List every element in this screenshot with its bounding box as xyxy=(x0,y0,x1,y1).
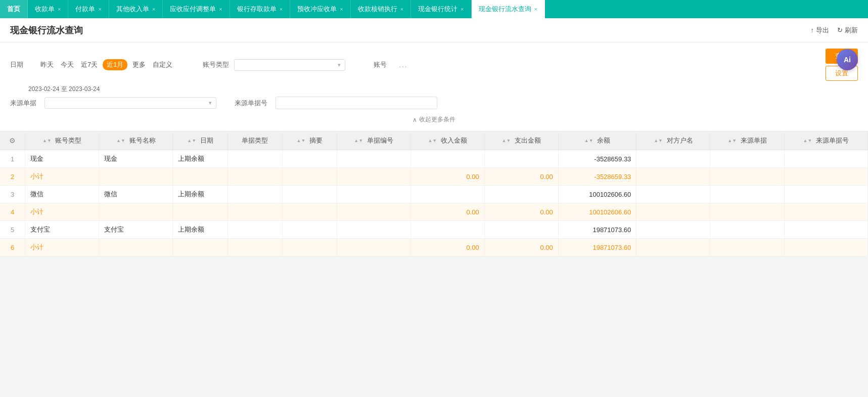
col-doc-no-label: 单据编号 xyxy=(367,137,393,144)
dropdown-arrow-icon: ▾ xyxy=(338,62,341,68)
cell-expense: 0.00 xyxy=(484,203,558,221)
table-row: 5支付宝支付宝上期余额19871073.60 xyxy=(0,221,868,239)
col-date-label: 日期 xyxy=(200,137,213,144)
cell-source-doc xyxy=(710,239,784,256)
ai-label: Ai xyxy=(844,56,851,64)
close-icon[interactable]: × xyxy=(219,6,222,12)
cell-counterpart xyxy=(636,168,710,186)
cell-summary xyxy=(283,150,337,168)
date-btn-custom[interactable]: 自定义 xyxy=(151,59,174,70)
export-button[interactable]: ↑ 导出 xyxy=(811,26,830,35)
nav-tab-fukuandan[interactable]: 付款单 × xyxy=(68,0,109,18)
tab-label: 现金银行统计 xyxy=(418,5,458,14)
sort-arrows-icon: ▲▼ xyxy=(428,139,437,143)
nav-tab-xianjinyinhang[interactable]: 现金银行统计 × xyxy=(411,0,471,18)
nav-home[interactable]: 首页 xyxy=(0,0,28,18)
nav-tab-liushui[interactable]: 现金银行流水查询 × xyxy=(472,0,545,18)
cell-source-doc-no xyxy=(784,221,867,239)
close-icon[interactable]: × xyxy=(280,6,283,12)
date-btn-more[interactable]: 更多 xyxy=(130,59,148,70)
nav-tab-yinhangcunqu[interactable]: 银行存取款单 × xyxy=(230,0,290,18)
cell-source-doc xyxy=(710,203,784,221)
nav-tab-shoukuanxiaosuo[interactable]: 收款核销执行 × xyxy=(351,0,411,18)
close-icon[interactable]: × xyxy=(400,6,403,12)
col-summary[interactable]: ▲▼ 摘要 xyxy=(283,131,337,150)
gear-settings-icon[interactable]: ⚙ xyxy=(9,137,16,145)
cell-doc-type xyxy=(227,186,282,203)
close-icon[interactable]: × xyxy=(58,6,61,12)
close-icon[interactable]: × xyxy=(534,6,537,12)
col-income-label: 收入金额 xyxy=(441,137,467,144)
cell-expense xyxy=(484,186,558,203)
col-counterpart[interactable]: ▲▼ 对方户名 xyxy=(636,131,710,150)
cell-account-name xyxy=(99,239,173,256)
row-number: 3 xyxy=(0,186,25,203)
close-icon[interactable]: × xyxy=(340,6,343,12)
close-icon[interactable]: × xyxy=(152,6,155,12)
refresh-icon: ↻ xyxy=(837,26,843,34)
cell-date: 上期余额 xyxy=(173,150,227,168)
collapse-label: 收起更多条件 xyxy=(419,115,455,124)
cell-doc-no xyxy=(337,186,410,203)
date-btn-month[interactable]: 近1月 xyxy=(103,59,127,70)
source-doc-no-label: 来源单据号 xyxy=(235,99,267,108)
cell-source-doc xyxy=(710,221,784,239)
cell-date xyxy=(173,239,227,256)
header-actions: ↑ 导出 ↻ 刷新 xyxy=(811,26,858,35)
source-doc-no-input[interactable] xyxy=(276,97,437,109)
cell-source-doc-no xyxy=(784,168,867,186)
account-type-label: 账号类型 xyxy=(203,60,229,69)
sort-arrows-icon: ▲▼ xyxy=(803,139,812,143)
sort-arrows-icon: ▲▼ xyxy=(297,139,306,143)
cell-balance: -3528659.33 xyxy=(558,168,636,186)
collapse-arrow-icon: ∧ xyxy=(413,116,417,123)
col-doc-type[interactable]: 单据类型 xyxy=(227,131,282,150)
cell-source-doc xyxy=(710,186,784,203)
nav-tab-qitashouru[interactable]: 其他收入单 × xyxy=(109,0,163,18)
close-icon[interactable]: × xyxy=(98,6,101,12)
collapse-bar[interactable]: ∧ 收起更多条件 xyxy=(10,113,858,127)
col-account-name[interactable]: ▲▼ 账号名称 xyxy=(99,131,173,150)
cell-account-name xyxy=(99,203,173,221)
cell-doc-no xyxy=(337,203,410,221)
col-source-doc[interactable]: ▲▼ 来源单据 xyxy=(710,131,784,150)
account-ellipsis[interactable]: ... xyxy=(399,61,407,69)
nav-tab-yushouchong[interactable]: 预收冲应收单 × xyxy=(290,0,350,18)
nav-home-label: 首页 xyxy=(7,5,20,14)
ai-assistant-button[interactable]: Ai xyxy=(837,49,858,70)
col-income[interactable]: ▲▼ 收入金额 xyxy=(410,131,484,150)
date-btn-week[interactable]: 近7天 xyxy=(79,59,100,70)
nav-tab-shoukuandan[interactable]: 收款单 × xyxy=(28,0,68,18)
cell-counterpart xyxy=(636,150,710,168)
sort-arrows-icon: ▲▼ xyxy=(654,139,663,143)
cell-summary xyxy=(283,239,337,256)
refresh-label: 刷新 xyxy=(845,26,858,35)
cell-income: 0.00 xyxy=(410,168,484,186)
cell-balance: 19871073.60 xyxy=(558,239,636,256)
cell-balance: 100102606.60 xyxy=(558,186,636,203)
source-doc-select[interactable]: ▾ xyxy=(44,97,216,109)
col-source-doc-no[interactable]: ▲▼ 来源单据号 xyxy=(784,131,867,150)
nav-tab-yingshouyingfu[interactable]: 应收应付调整单 × xyxy=(163,0,230,18)
export-label: 导出 xyxy=(816,26,829,35)
col-balance[interactable]: ▲▼ 余额 xyxy=(558,131,636,150)
col-account-type[interactable]: ▲▼ 账号类型 xyxy=(25,131,99,150)
date-btn-yesterday[interactable]: 昨天 xyxy=(38,59,56,70)
refresh-button[interactable]: ↻ 刷新 xyxy=(837,26,858,35)
cell-doc-type xyxy=(227,168,282,186)
col-doc-type-label: 单据类型 xyxy=(242,137,268,144)
date-shortcuts: 昨天 今天 近7天 近1月 更多 自定义 xyxy=(38,59,174,70)
account-type-select[interactable]: ▾ xyxy=(234,59,345,71)
col-account-name-label: 账号名称 xyxy=(129,137,156,144)
cell-account-type: 小计 xyxy=(25,203,99,221)
cell-expense: 0.00 xyxy=(484,239,558,256)
col-doc-no[interactable]: ▲▼ 单据编号 xyxy=(337,131,410,150)
col-source-doc-label: 来源单据 xyxy=(741,137,767,144)
col-expense[interactable]: ▲▼ 支出金额 xyxy=(484,131,558,150)
sort-arrows-icon: ▲▼ xyxy=(42,139,52,143)
date-btn-today[interactable]: 今天 xyxy=(59,59,76,70)
cell-summary xyxy=(283,168,337,186)
table-area: ⚙ ▲▼ 账号类型 ▲▼ 账号名称 ▲▼ 日期 单据类型 ▲▼ xyxy=(0,131,868,256)
close-icon[interactable]: × xyxy=(461,6,464,12)
col-date[interactable]: ▲▼ 日期 xyxy=(173,131,227,150)
